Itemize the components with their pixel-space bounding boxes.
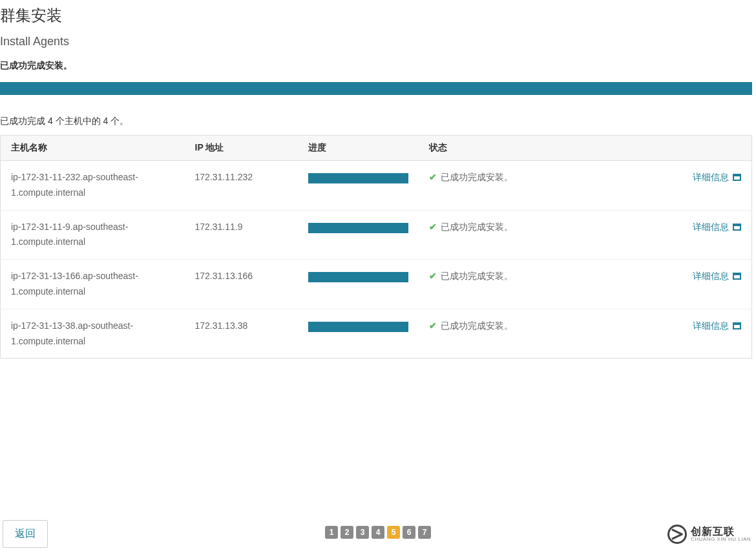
col-header-host: 主机名称 (1, 136, 185, 161)
cell-host: ip-172-31-11-9.ap-southeast-1.compute.in… (1, 210, 185, 260)
table-row: ip-172-31-13-38.ap-southeast-1.compute.i… (1, 309, 752, 359)
hosts-table: 主机名称 IP 地址 进度 状态 ip-172-31-11-232.ap-sou… (0, 135, 752, 359)
check-icon: ✔ (429, 170, 437, 185)
brand-logo: 创新互联 CHUANG XIN HU LIAN (667, 525, 751, 544)
cell-status: ✔已成功完成安装。 (419, 309, 632, 359)
cell-detail: 详细信息 (632, 260, 752, 309)
row-progress-bar (308, 173, 408, 183)
brand-logo-icon (667, 525, 687, 544)
install-complete-text: 已成功完成安装。 (0, 48, 756, 82)
cell-detail: 详细信息 (632, 309, 752, 359)
detail-link[interactable]: 详细信息 (693, 320, 741, 331)
detail-link[interactable]: 详细信息 (693, 222, 741, 232)
col-header-progress: 进度 (298, 136, 419, 161)
cell-progress (298, 260, 419, 309)
cell-host: ip-172-31-11-232.ap-southeast-1.compute.… (1, 161, 185, 211)
popup-icon (733, 322, 741, 329)
popup-icon (733, 273, 741, 280)
pager-3[interactable]: 3 (356, 526, 369, 539)
overall-progress-bar (0, 82, 752, 95)
cell-host: ip-172-31-13-38.ap-southeast-1.compute.i… (1, 309, 185, 359)
popup-icon (733, 174, 741, 181)
pager-5[interactable]: 5 (387, 526, 400, 539)
col-header-status: 状态 (419, 136, 632, 161)
table-row: ip-172-31-11-9.ap-southeast-1.compute.in… (1, 210, 752, 260)
brand-name-cn: 创新互联 (691, 527, 751, 537)
check-icon: ✔ (429, 220, 437, 235)
check-icon: ✔ (429, 318, 437, 334)
col-header-detail (632, 136, 752, 161)
popup-icon (733, 224, 741, 231)
row-progress-bar (308, 322, 408, 332)
detail-link[interactable]: 详细信息 (693, 172, 741, 182)
cell-detail: 详细信息 (632, 210, 752, 260)
cell-progress (298, 309, 419, 359)
back-button[interactable]: 返回 (3, 520, 48, 548)
footer: 返回 1 2 3 4 5 6 7 创新互联 CHUANG XIN HU LIAN (0, 516, 756, 548)
cell-ip: 172.31.13.166 (185, 260, 298, 309)
check-icon: ✔ (429, 269, 437, 284)
cell-ip: 172.31.11.9 (185, 210, 298, 260)
cell-ip: 172.31.13.38 (185, 309, 298, 359)
detail-link[interactable]: 详细信息 (693, 271, 741, 281)
page-title: 群集安装 (0, 0, 756, 26)
cell-detail: 详细信息 (632, 161, 752, 211)
page-subtitle: Install Agents (0, 26, 756, 48)
cell-ip: 172.31.11.232 (185, 161, 298, 211)
col-header-ip: IP 地址 (185, 136, 298, 161)
cell-progress (298, 210, 419, 260)
summary-text: 已成功完成 4 个主机中的 4 个。 (0, 95, 756, 135)
row-progress-bar (308, 223, 408, 233)
pager-1[interactable]: 1 (325, 526, 338, 539)
cell-status: ✔已成功完成安装。 (419, 161, 632, 211)
table-row: ip-172-31-11-232.ap-southeast-1.compute.… (1, 161, 752, 211)
table-row: ip-172-31-13-166.ap-southeast-1.compute.… (1, 260, 752, 309)
row-progress-bar (308, 272, 408, 282)
pager-2[interactable]: 2 (341, 526, 353, 539)
cell-progress (298, 161, 419, 211)
pager-6[interactable]: 6 (403, 526, 415, 539)
pager: 1 2 3 4 5 6 7 (325, 526, 431, 539)
cell-status: ✔已成功完成安装。 (419, 210, 632, 260)
pager-7[interactable]: 7 (418, 526, 431, 539)
cell-host: ip-172-31-13-166.ap-southeast-1.compute.… (1, 260, 185, 309)
cell-status: ✔已成功完成安装。 (419, 260, 632, 309)
brand-name-en: CHUANG XIN HU LIAN (691, 537, 751, 542)
pager-4[interactable]: 4 (372, 526, 384, 539)
